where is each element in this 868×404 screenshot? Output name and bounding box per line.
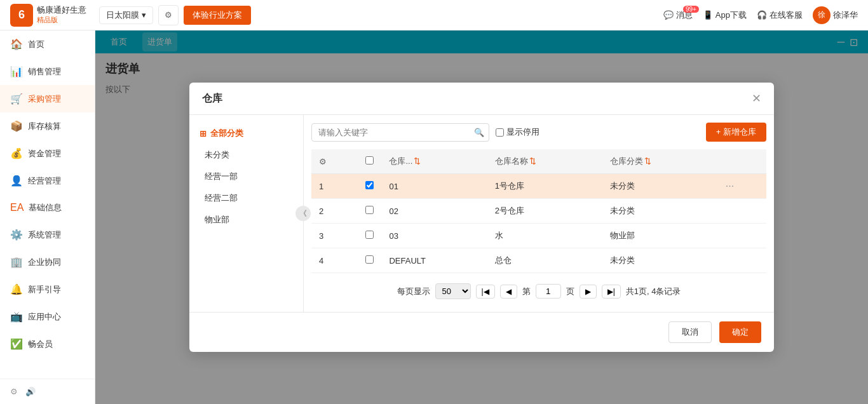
category-unclassified[interactable]: 未分类 <box>189 144 303 166</box>
purchase-icon: 🛒 <box>10 93 23 105</box>
guide-icon: 🔔 <box>10 283 23 295</box>
per-page-label: 每页显示 <box>397 286 430 297</box>
select-all-checkbox[interactable] <box>365 156 374 165</box>
category-panel: ⊞ 全部分类 未分类 经营一部 经营二部 物业部 《 <box>189 115 304 312</box>
settings-button[interactable]: ⚙ <box>158 5 179 25</box>
cancel-button[interactable]: 取消 <box>668 321 712 343</box>
th-name: 仓库名称⇅ <box>487 149 603 174</box>
table-row[interactable]: 2 02 2号仓库 未分类 <box>311 199 766 224</box>
cell-checkbox[interactable] <box>358 248 381 273</box>
app-download-button[interactable]: 📱 App下载 <box>703 10 747 21</box>
table-panel: 🔍 显示停用 + 新增仓库 ⚙ <box>304 115 774 312</box>
sidebar-item-enterprise[interactable]: 🏢 企业协同 <box>0 248 95 276</box>
cell-name: 2号仓库 <box>487 199 603 224</box>
sidebar-item-inventory[interactable]: 📦 库存核算 <box>0 112 95 140</box>
sidebar-item-sales[interactable]: 📊 销售管理 <box>0 58 95 85</box>
cell-actions[interactable] <box>718 199 766 224</box>
total-info: 共1页, 4条记录 <box>626 286 681 297</box>
category-ops2[interactable]: 经营二部 <box>189 187 303 209</box>
cell-code: 01 <box>381 174 487 199</box>
pagination: 每页显示 50 100 200 |◀ ◀ 第 页 ▶ <box>311 273 766 304</box>
page-input[interactable] <box>536 284 561 299</box>
grid-icon: ⊞ <box>200 129 207 138</box>
cell-category: 物业部 <box>602 224 718 248</box>
cell-checkbox[interactable] <box>358 224 381 248</box>
sidebar-item-purchase[interactable]: 🛒 采购管理 <box>0 85 95 112</box>
avatar: 徐 <box>813 6 831 24</box>
sidebar-item-operation[interactable]: 👤 经营管理 <box>0 167 95 194</box>
cell-checkbox[interactable] <box>358 199 381 224</box>
online-service-button[interactable]: 🎧 在线客服 <box>757 10 803 21</box>
headset-icon: 🎧 <box>757 10 767 20</box>
sidebar-item-finance[interactable]: 💰 资金管理 <box>0 140 95 167</box>
cell-actions[interactable] <box>718 248 766 273</box>
all-categories-button[interactable]: ⊞ 全部分类 <box>189 123 303 144</box>
sidebar-item-system[interactable]: ⚙️ 系统管理 <box>0 221 95 248</box>
online-service-label: 在线客服 <box>770 10 803 21</box>
modal-body: ⊞ 全部分类 未分类 经营一部 经营二部 物业部 《 <box>189 115 774 312</box>
next-page-button[interactable]: ▶ <box>580 285 597 299</box>
sidebar-label-finance: 资金管理 <box>28 148 61 159</box>
table-row[interactable]: 4 DEFAULT 总仓 未分类 <box>311 248 766 273</box>
first-page-button[interactable]: |◀ <box>476 285 495 299</box>
cell-code: DEFAULT <box>381 248 487 273</box>
sidebar-settings-icon[interactable]: ⚙ <box>10 387 18 396</box>
store-selector[interactable]: 日太阳膜 ▾ <box>99 6 153 24</box>
sidebar-label-inventory: 库存核算 <box>28 121 61 132</box>
sidebar-item-home[interactable]: 🏠 首页 <box>0 30 95 58</box>
search-input[interactable] <box>311 123 489 142</box>
prev-page-button[interactable]: ◀ <box>500 285 517 299</box>
search-icon[interactable]: 🔍 <box>474 128 484 137</box>
sidebar-volume-icon[interactable]: 🔊 <box>25 387 36 396</box>
modal-close-button[interactable]: ✕ <box>752 91 761 105</box>
row-action-menu[interactable]: ··· <box>726 180 734 191</box>
cell-actions[interactable] <box>718 224 766 248</box>
modal-overlay: 仓库 ✕ ⊞ 全部分类 未分类 经营一部 经营二部 物业部 <box>95 30 868 404</box>
category-property[interactable]: 物业部 <box>189 209 303 231</box>
search-input-wrap: 🔍 <box>311 123 489 142</box>
row-checkbox[interactable] <box>365 181 374 189</box>
cell-checkbox[interactable] <box>358 174 381 199</box>
cell-category: 未分类 <box>602 248 718 273</box>
sidebar-label-app: 应用中心 <box>28 311 61 323</box>
th-settings: ⚙ <box>311 149 358 174</box>
user-name: 徐泽华 <box>833 10 858 21</box>
table-header-row: ⚙ 仓库...⇅ 仓库名称⇅ 仓库分类⇅ <box>311 149 766 174</box>
member-icon: ✅ <box>10 338 23 350</box>
sidebar-item-guide[interactable]: 🔔 新手引导 <box>0 276 95 303</box>
sidebar-bottom: ⚙ 🔊 <box>0 379 95 404</box>
last-page-button[interactable]: ▶| <box>602 285 621 299</box>
modal-title: 仓库 <box>202 92 222 105</box>
finance-icon: 💰 <box>10 147 23 159</box>
row-checkbox[interactable] <box>365 231 374 239</box>
all-categories-label: 全部分类 <box>210 128 243 139</box>
row-checkbox[interactable] <box>365 255 374 264</box>
trial-button[interactable]: 体验行业方案 <box>184 6 251 25</box>
warehouse-table: ⚙ 仓库...⇅ 仓库名称⇅ 仓库分类⇅ 1 01 <box>311 149 766 273</box>
per-page-select[interactable]: 50 100 200 <box>435 283 471 299</box>
sidebar-label-system: 系统管理 <box>28 229 61 241</box>
home-icon: 🏠 <box>10 38 23 50</box>
user-menu[interactable]: 徐 徐泽华 <box>813 6 858 24</box>
logo-area: 6 畅康通好生意 精品版 <box>10 4 86 27</box>
collapse-panel-button[interactable]: 《 <box>295 206 311 221</box>
messages-button[interactable]: 💬 消息 99+ <box>663 10 693 21</box>
cell-actions[interactable]: ··· <box>718 174 766 199</box>
sidebar: 🏠 首页 📊 销售管理 🛒 采购管理 📦 库存核算 💰 资金管理 👤 经营管理 … <box>0 30 95 404</box>
inventory-icon: 📦 <box>10 120 23 132</box>
table-row[interactable]: 1 01 1号仓库 未分类 ··· <box>311 174 766 199</box>
row-checkbox[interactable] <box>365 206 374 214</box>
table-row[interactable]: 3 03 水 物业部 <box>311 224 766 248</box>
sidebar-item-app[interactable]: 📺 应用中心 <box>0 303 95 330</box>
sidebar-item-member[interactable]: ✅ 畅会员 <box>0 330 95 358</box>
show-disabled-label[interactable]: 显示停用 <box>496 126 539 138</box>
sidebar-item-basic[interactable]: EA 基础信息 <box>0 194 95 221</box>
add-warehouse-button[interactable]: + 新增仓库 <box>706 123 766 142</box>
page-unit: 页 <box>566 286 574 297</box>
cell-category: 未分类 <box>602 199 718 224</box>
category-ops1[interactable]: 经营一部 <box>189 166 303 187</box>
show-disabled-checkbox[interactable] <box>496 128 504 137</box>
cell-name: 1号仓库 <box>487 174 603 199</box>
th-checkbox <box>358 149 381 174</box>
confirm-button[interactable]: 确定 <box>719 321 761 343</box>
